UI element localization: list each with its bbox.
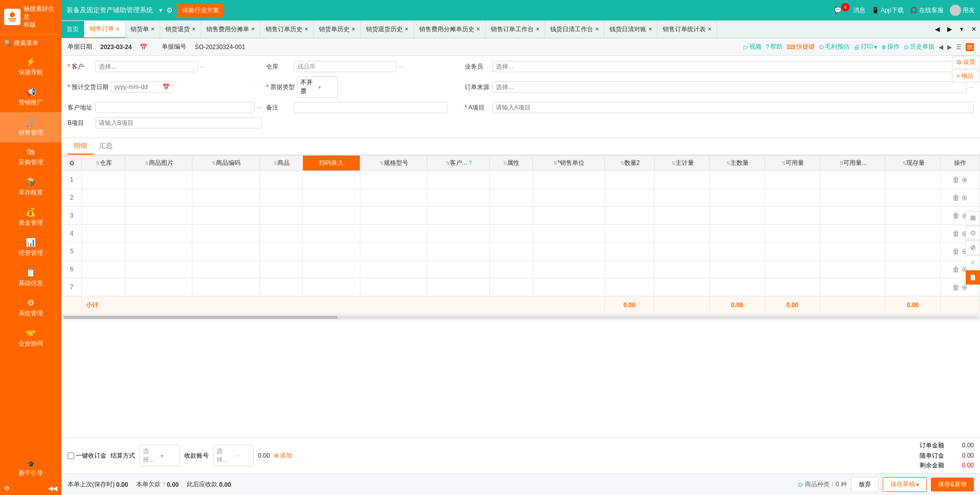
tab-cash-daily-workbench[interactable]: 钱货日清工作台 × [545, 21, 604, 38]
row-main-qty[interactable] [710, 261, 765, 278]
row-qty2[interactable] [604, 278, 654, 296]
side-icon-3[interactable]: ⊘ [966, 241, 980, 255]
th-stock[interactable]: ⇅现存量 [885, 156, 941, 171]
row-product-image[interactable] [125, 261, 192, 278]
row-main-unit[interactable] [655, 261, 710, 278]
tab-sales-fee-history[interactable]: 销售费用分摊单历史 × [414, 21, 486, 38]
th-attributes[interactable]: ⇅属性 [489, 156, 532, 171]
tab-close-icon[interactable]: × [708, 26, 711, 33]
grid-view-icon[interactable]: ⊞ [966, 43, 974, 51]
add-btn[interactable]: ⊕ 添加 [274, 451, 292, 460]
sidebar-search[interactable]: 🔍 搜索菜单 [0, 35, 61, 52]
tab-sales-fee[interactable]: 销售费用分摊单 × [201, 21, 260, 38]
row-main-unit[interactable] [655, 189, 710, 207]
th-main-unit[interactable]: ⇅主计量 [655, 156, 710, 171]
row-product[interactable] [259, 261, 302, 278]
row-product-code[interactable] [192, 207, 259, 225]
row-product[interactable] [259, 278, 302, 296]
tab-close-icon[interactable]: × [536, 26, 539, 33]
tab-sales-order-workbench[interactable]: 销售订单工作台 × [486, 21, 545, 38]
sidebar-item-basic[interactable]: 📋 基础信息 [0, 263, 61, 293]
a-project-input[interactable] [492, 102, 974, 113]
th-product-code[interactable]: ⇅商品编码 [192, 156, 259, 171]
row-delete-icon[interactable]: 🗑 [952, 211, 960, 220]
side-icon-2[interactable]: ⊙ [966, 226, 980, 240]
tab-sales-invoice[interactable]: 销货单 × [125, 21, 160, 38]
horizontal-scrollbar[interactable] [61, 314, 980, 320]
list-view-icon[interactable]: ☰ [956, 44, 962, 51]
row-main-qty[interactable] [710, 189, 765, 207]
row-spec[interactable] [360, 261, 427, 278]
tab-sales-order[interactable]: 销售订单 × [84, 20, 125, 38]
calendar-icon[interactable]: 📅 [140, 44, 147, 51]
row-product-code[interactable] [192, 189, 259, 207]
row-available[interactable] [765, 278, 820, 296]
row-main-unit[interactable] [655, 278, 710, 296]
row-attributes[interactable] [489, 207, 532, 225]
sidebar-item-quicknav[interactable]: ⚡ 快捷导航 [0, 52, 61, 82]
sidebar-item-system[interactable]: ⚙ 系统管理 [0, 293, 61, 323]
row-customer-code[interactable] [427, 243, 490, 261]
nav-prev-icon[interactable]: ◀ [939, 44, 943, 51]
sidebar-item-marketing[interactable]: 📢 营销推广 [0, 82, 61, 112]
tab-detail[interactable]: 明细 [68, 138, 93, 155]
tab-summary[interactable]: 汇总 [93, 138, 119, 155]
tab-close-icon[interactable]: × [405, 26, 408, 33]
row-attributes[interactable] [489, 243, 532, 261]
row-sales-unit[interactable] [533, 171, 605, 189]
account-select[interactable]: 选择... ··· [213, 445, 254, 466]
row-spec[interactable] [360, 171, 427, 189]
row-customer-code[interactable] [427, 225, 490, 243]
row-main-qty[interactable] [710, 278, 765, 296]
tab-close-icon[interactable]: × [116, 26, 120, 33]
row-sales-unit[interactable] [533, 207, 605, 225]
tab-sales-order-history[interactable]: 销售订单历史 × [260, 21, 314, 38]
row-qty2[interactable] [604, 243, 654, 261]
help-link[interactable]: ? 帮助 [766, 42, 782, 51]
row-available[interactable] [765, 171, 820, 189]
row-available[interactable] [765, 261, 820, 278]
row-warehouse[interactable] [82, 189, 125, 207]
row-sales-unit[interactable] [533, 278, 605, 296]
quick-pay-input[interactable] [68, 453, 74, 459]
tabs-expand-btn[interactable]: ▾ [955, 21, 968, 37]
sidebar-item-guide[interactable]: 🎓 新手引导 [0, 457, 61, 482]
row-delete-icon[interactable]: 🗑 [952, 283, 960, 291]
row-attributes[interactable] [489, 278, 532, 296]
th-sales-unit[interactable]: ⇅*销售单位 [533, 156, 605, 171]
th-product-image[interactable]: ⇅商品图片 [125, 156, 192, 171]
tab-sales-invoice-history[interactable]: 销货单历史 × [314, 21, 361, 38]
row-product-image[interactable] [125, 171, 192, 189]
tab-cash-daily-account[interactable]: 钱货日清对账 × [604, 21, 658, 38]
th-barcode[interactable]: 扫码录入 [302, 156, 360, 171]
row-product-code[interactable] [192, 171, 259, 189]
row-main-unit[interactable] [655, 207, 710, 225]
row-spec[interactable] [360, 207, 427, 225]
tabs-close-all-btn[interactable]: ✕ [968, 21, 980, 37]
remark-input[interactable] [294, 102, 447, 113]
save-new-btn[interactable]: 保存&新增 [931, 478, 974, 491]
row-product-image[interactable] [125, 278, 192, 296]
sidebar-settings-btn[interactable]: ⚙ [4, 485, 10, 492]
row-available[interactable] [765, 207, 820, 225]
row-product-code[interactable] [192, 243, 259, 261]
row-attributes[interactable] [489, 261, 532, 278]
th-settings[interactable]: ⚙ [62, 156, 82, 171]
tab-close-icon[interactable]: × [648, 26, 652, 33]
row-main-unit[interactable] [655, 243, 710, 261]
invoice-type-select[interactable]: 不开票 ▾ [297, 76, 338, 98]
tab-close-icon[interactable]: × [352, 26, 355, 33]
row-barcode[interactable] [302, 243, 360, 261]
row-spec[interactable] [360, 278, 427, 296]
row-stock[interactable] [885, 225, 941, 243]
warehouse-input[interactable]: 成品库 [294, 61, 396, 72]
b-project-input[interactable] [95, 117, 262, 128]
row-stock[interactable] [885, 261, 941, 278]
row-barcode[interactable] [302, 189, 360, 207]
payment-method-select[interactable]: 选择... ▾ [139, 445, 180, 466]
row-barcode[interactable] [302, 225, 360, 243]
row-available2[interactable] [820, 243, 885, 261]
th-warehouse[interactable]: ⇅仓库 [82, 156, 125, 171]
row-warehouse[interactable] [82, 225, 125, 243]
row-spec[interactable] [360, 225, 427, 243]
